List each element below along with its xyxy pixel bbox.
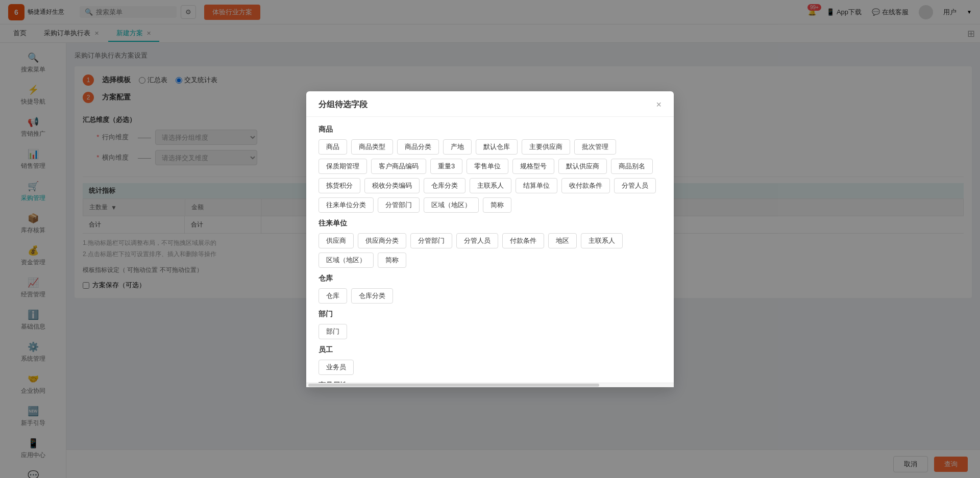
field-chip-0-6[interactable]: 批次管理 bbox=[574, 139, 616, 155]
field-chip-0-3[interactable]: 产地 bbox=[443, 139, 472, 155]
field-chip-0-15[interactable]: 税收分类编码 bbox=[364, 178, 420, 193]
modal-section-chips-1: 供应商供应商分类分管部门分管人员付款条件地区主联系人区域（地区）简称 bbox=[318, 233, 662, 268]
modal-backdrop: 分组待选字段 × 商品商品商品类型商品分类产地默认仓库主要供应商批次管理保质期管… bbox=[0, 0, 980, 478]
modal-header: 分组待选字段 × bbox=[306, 91, 674, 117]
modal-section-title-0: 商品 bbox=[318, 125, 662, 134]
field-chip-1-4[interactable]: 付款条件 bbox=[502, 233, 544, 248]
field-chip-1-1[interactable]: 供应商分类 bbox=[358, 233, 406, 248]
field-chip-0-22[interactable]: 分管部门 bbox=[378, 197, 420, 213]
field-chip-0-11[interactable]: 规格型号 bbox=[512, 159, 554, 174]
field-chip-0-19[interactable]: 收付款条件 bbox=[561, 178, 610, 193]
modal-horizontal-scrollbar[interactable] bbox=[306, 383, 674, 387]
field-chip-3-0[interactable]: 部门 bbox=[318, 324, 347, 339]
modal-section-chips-2: 仓库仓库分类 bbox=[318, 288, 662, 304]
field-chip-0-24[interactable]: 简称 bbox=[483, 197, 511, 213]
modal-section-chips-3: 部门 bbox=[318, 324, 662, 339]
modal-section-title-3: 部门 bbox=[318, 310, 662, 319]
field-chip-1-3[interactable]: 分管人员 bbox=[456, 233, 498, 248]
field-chip-0-20[interactable]: 分管人员 bbox=[614, 178, 656, 193]
field-chip-0-4[interactable]: 默认仓库 bbox=[476, 139, 518, 155]
modal-close-button[interactable]: × bbox=[656, 99, 662, 110]
field-chip-2-0[interactable]: 仓库 bbox=[318, 288, 347, 304]
field-chip-4-0[interactable]: 业务员 bbox=[318, 360, 354, 375]
field-chip-0-13[interactable]: 商品别名 bbox=[611, 159, 653, 174]
field-chip-1-5[interactable]: 地区 bbox=[548, 233, 577, 248]
field-chip-1-6[interactable]: 主联系人 bbox=[581, 233, 623, 248]
modal-section-title-2: 仓库 bbox=[318, 274, 662, 283]
field-chip-0-14[interactable]: 拣货积分 bbox=[318, 178, 360, 193]
modal-section-chips-4: 业务员 bbox=[318, 360, 662, 375]
modal-section-title-4: 员工 bbox=[318, 345, 662, 355]
field-chip-1-8[interactable]: 简称 bbox=[378, 253, 406, 268]
hscroll-thumb bbox=[308, 384, 599, 387]
field-chip-0-12[interactable]: 默认供应商 bbox=[558, 159, 607, 174]
field-chip-0-17[interactable]: 主联系人 bbox=[470, 178, 511, 193]
field-select-modal: 分组待选字段 × 商品商品商品类型商品分类产地默认仓库主要供应商批次管理保质期管… bbox=[306, 91, 674, 387]
field-chip-0-9[interactable]: 重量3 bbox=[430, 159, 462, 174]
modal-title: 分组待选字段 bbox=[318, 99, 368, 110]
modal-section-chips-0: 商品商品类型商品分类产地默认仓库主要供应商批次管理保质期管理客户商品编码重量3零… bbox=[318, 139, 662, 213]
field-chip-0-16[interactable]: 仓库分类 bbox=[424, 178, 465, 193]
field-chip-0-8[interactable]: 客户商品编码 bbox=[371, 159, 426, 174]
field-chip-1-7[interactable]: 区域（地区） bbox=[318, 253, 374, 268]
field-chip-1-2[interactable]: 分管部门 bbox=[410, 233, 452, 248]
field-chip-2-1[interactable]: 仓库分类 bbox=[351, 288, 393, 304]
field-chip-0-23[interactable]: 区域（地区） bbox=[424, 197, 479, 213]
field-chip-0-10[interactable]: 零售单位 bbox=[467, 159, 508, 174]
modal-body: 商品商品商品类型商品分类产地默认仓库主要供应商批次管理保质期管理客户商品编码重量… bbox=[306, 117, 674, 383]
field-chip-0-2[interactable]: 商品分类 bbox=[397, 139, 439, 155]
field-chip-0-1[interactable]: 商品类型 bbox=[351, 139, 393, 155]
field-chip-0-0[interactable]: 商品 bbox=[318, 139, 347, 155]
field-chip-0-21[interactable]: 往来单位分类 bbox=[318, 197, 374, 213]
field-chip-0-7[interactable]: 保质期管理 bbox=[318, 159, 367, 174]
field-chip-0-18[interactable]: 结算单位 bbox=[516, 178, 557, 193]
modal-section-title-1: 往来单位 bbox=[318, 219, 662, 228]
field-chip-1-0[interactable]: 供应商 bbox=[318, 233, 354, 248]
field-chip-0-5[interactable]: 主要供应商 bbox=[522, 139, 570, 155]
